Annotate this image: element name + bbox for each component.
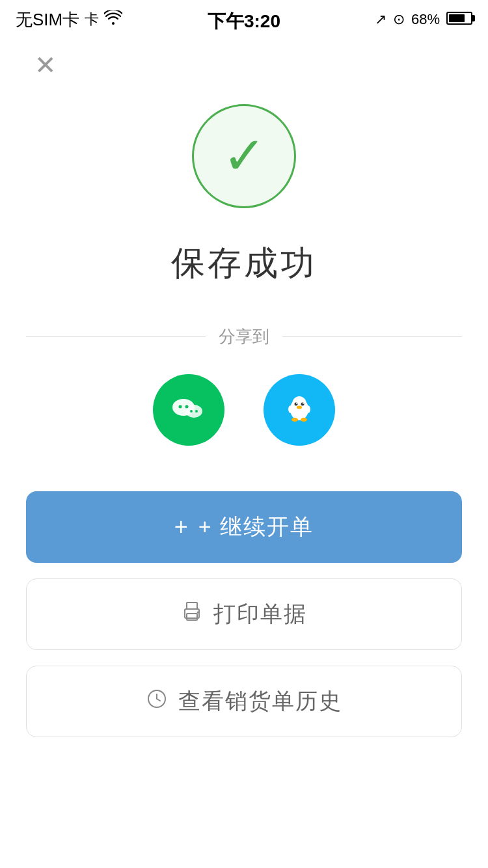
battery-percent: 68%: [411, 11, 440, 28]
print-button[interactable]: 打印单据: [26, 578, 462, 650]
continue-new-order-label: + 继续开单: [198, 512, 314, 542]
svg-rect-19: [187, 614, 197, 620]
svg-point-3: [185, 405, 189, 409]
print-label: 打印单据: [213, 599, 307, 629]
wechat-icon: [169, 390, 209, 430]
main-content: ✕ ✓ 保存成功 分享到: [0, 39, 488, 737]
divider-right: [282, 336, 462, 337]
divider-left: [26, 336, 206, 337]
close-button[interactable]: ✕: [26, 46, 65, 85]
svg-point-2: [179, 405, 182, 409]
share-divider: 分享到: [26, 325, 462, 348]
svg-rect-18: [187, 603, 197, 609]
history-icon: [146, 688, 168, 715]
carrier-text: 无SIM卡: [16, 8, 79, 31]
success-title: 保存成功: [171, 241, 317, 286]
view-history-button[interactable]: 查看销货单历史: [26, 666, 462, 737]
qq-share-button[interactable]: [264, 374, 335, 446]
no-sim-icon: 卡: [85, 10, 99, 29]
status-bar: 无SIM卡 卡 下午3:20 ↗ ⊙ 68%: [0, 0, 488, 39]
success-circle: ✓: [192, 104, 296, 208]
svg-point-4: [190, 410, 193, 413]
action-buttons: + + 继续开单 打印单据 查看销货单历: [26, 491, 462, 737]
location-icon: ↗: [375, 11, 386, 28]
continue-new-order-button[interactable]: + + 继续开单: [26, 491, 462, 563]
svg-point-11: [303, 403, 304, 404]
svg-point-7: [292, 396, 306, 412]
svg-point-9: [301, 403, 305, 406]
share-icons-container: [153, 374, 335, 446]
svg-point-20: [197, 612, 199, 614]
checkmark-icon: ✓: [223, 130, 266, 182]
carrier-info: 无SIM卡 卡: [16, 8, 122, 31]
status-right-icons: ↗ ⊙ 68%: [375, 10, 472, 29]
qq-icon: [279, 390, 319, 430]
svg-point-16: [305, 405, 310, 413]
svg-point-14: [301, 418, 307, 422]
view-history-label: 查看销货单历史: [178, 686, 342, 716]
wechat-share-button[interactable]: [153, 374, 224, 446]
svg-point-8: [295, 403, 298, 406]
share-label: 分享到: [219, 325, 269, 348]
wifi-icon: [104, 10, 122, 29]
alarm-icon: ⊙: [393, 11, 405, 28]
plus-icon: +: [174, 513, 188, 541]
svg-point-10: [296, 403, 297, 404]
battery-icon: [446, 10, 472, 29]
close-icon: ✕: [34, 52, 57, 78]
status-time: 下午3:20: [208, 9, 280, 34]
svg-point-12: [297, 406, 302, 409]
svg-point-5: [195, 410, 198, 413]
svg-point-15: [288, 405, 293, 413]
printer-icon: [181, 601, 203, 628]
svg-point-13: [291, 418, 298, 422]
